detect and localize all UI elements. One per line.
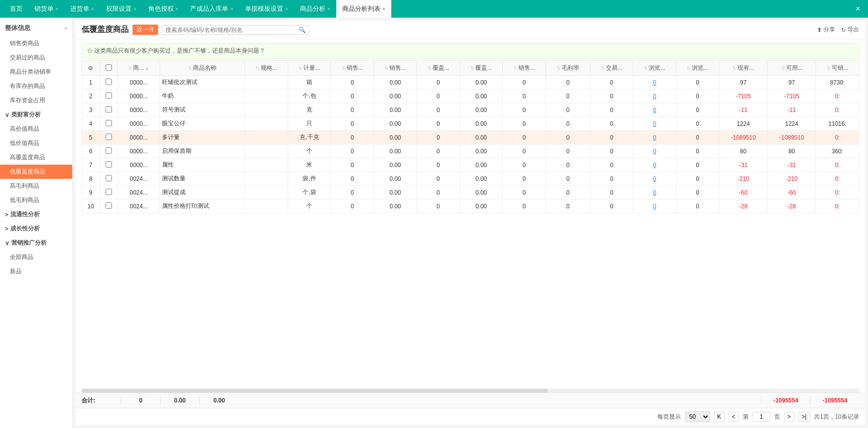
col-unit[interactable]: ⇅计量...: [288, 61, 331, 76]
col-current[interactable]: ⇅现有...: [719, 61, 768, 76]
row-checkbox[interactable]: [106, 161, 112, 168]
row-checkbox[interactable]: [106, 147, 112, 154]
browse-link[interactable]: 0: [653, 162, 656, 169]
sidebar-header[interactable]: 整体信息 «: [0, 20, 72, 36]
col-gross-rate[interactable]: ⇅毛利率: [545, 61, 590, 76]
sidebar-item-inventory-capital[interactable]: 库存资金占用: [0, 93, 72, 108]
browse-link[interactable]: 0: [653, 107, 656, 114]
col-cover2[interactable]: ⇅覆盖...: [460, 61, 503, 76]
scrollbar-thumb[interactable]: [81, 389, 548, 393]
nav-home[interactable]: 首页: [4, 0, 28, 18]
sidebar-item-traded-goods[interactable]: 交易过的商品: [0, 51, 72, 65]
nav-product-analysis-close[interactable]: ×: [327, 6, 330, 12]
search-input[interactable]: [165, 27, 297, 33]
cell-browse1[interactable]: 0: [633, 158, 677, 172]
sidebar-item-low-coverage[interactable]: 低覆盖度商品: [0, 165, 72, 179]
row-checkbox[interactable]: [106, 92, 112, 99]
per-page-select[interactable]: 50 10 20 100: [685, 411, 710, 422]
col-available[interactable]: ⇅可用...: [767, 61, 816, 76]
sidebar-collapse-btn[interactable]: «: [64, 25, 67, 31]
nav-template[interactable]: 单据模板设置 ×: [239, 0, 294, 18]
browse-link[interactable]: 0: [653, 148, 656, 155]
last-page-button[interactable]: >|: [798, 412, 810, 422]
col-sales3[interactable]: ⇅销售...: [503, 61, 546, 76]
cell-checkbox: [100, 117, 117, 131]
nav-purchase-close[interactable]: ×: [91, 6, 94, 12]
sidebar-item-high-coverage[interactable]: 高覆盖度商品: [0, 150, 72, 165]
horizontal-scrollbar[interactable]: [81, 389, 859, 393]
first-page-button[interactable]: K: [714, 412, 725, 422]
sidebar-item-high-gross[interactable]: 高毛利商品: [0, 179, 72, 193]
cell-browse1[interactable]: 0: [633, 200, 677, 213]
col-code[interactable]: ⇅商...▲: [118, 61, 160, 76]
page-number-input[interactable]: [753, 412, 770, 422]
nav-role-close[interactable]: ×: [176, 6, 179, 12]
col-cover1[interactable]: ⇅覆盖...: [417, 61, 460, 76]
nav-product-analysis[interactable]: 商品分析 ×: [294, 0, 336, 18]
browse-link[interactable]: 0: [653, 175, 656, 182]
sidebar-item-high-value[interactable]: 高价值商品: [0, 122, 72, 136]
col-settings[interactable]: ⚙: [82, 61, 100, 76]
next-page-button[interactable]: >: [784, 412, 794, 422]
nav-template-close[interactable]: ×: [285, 6, 288, 12]
col-sales-amt[interactable]: ⇅销售...: [374, 61, 417, 76]
row-checkbox[interactable]: [106, 79, 112, 85]
global-close-button[interactable]: ×: [852, 4, 864, 13]
cell-browse1[interactable]: 0: [633, 103, 677, 117]
cell-browse1[interactable]: 0: [633, 76, 677, 89]
nav-permission-close[interactable]: ×: [134, 6, 136, 12]
sidebar-item-category-rate[interactable]: 商品分类动销率: [0, 65, 72, 79]
prev-page-button[interactable]: <: [729, 412, 739, 422]
sidebar-section-growth[interactable]: > 成长性分析: [0, 222, 72, 236]
row-checkbox[interactable]: [106, 202, 112, 209]
browse-link[interactable]: 0: [653, 93, 656, 100]
sidebar-item-inventory-goods[interactable]: 有库存的商品: [0, 79, 72, 93]
col-browse2[interactable]: ⇅浏览...: [676, 61, 719, 76]
sidebar-item-new-goods[interactable]: 新品: [0, 264, 72, 279]
sidebar-section-wealth[interactable]: ∨ 类财富分析: [0, 108, 72, 122]
col-spec[interactable]: ⇅规格...: [245, 61, 288, 76]
nav-sales[interactable]: 销货单 ×: [28, 0, 64, 18]
sidebar-item-all-goods[interactable]: 全部商品: [0, 250, 72, 264]
browse-link[interactable]: 0: [653, 134, 656, 141]
period-button[interactable]: 近一月: [133, 25, 158, 35]
browse-link[interactable]: 0: [653, 189, 656, 196]
browse-link[interactable]: 0: [653, 79, 656, 86]
nav-product-analysis-list-close[interactable]: ×: [382, 6, 385, 12]
row-checkbox[interactable]: [106, 134, 112, 140]
row-checkbox[interactable]: [106, 175, 112, 181]
sidebar-item-low-value[interactable]: 低价值商品: [0, 136, 72, 150]
row-checkbox[interactable]: [106, 120, 112, 126]
cell-browse1[interactable]: 0: [633, 186, 677, 200]
select-all-checkbox[interactable]: [106, 64, 112, 71]
cell-browse1[interactable]: 0: [633, 89, 677, 103]
row-checkbox[interactable]: [106, 106, 112, 113]
cell-browse1[interactable]: 0: [633, 117, 677, 131]
browse-link[interactable]: 0: [653, 120, 656, 127]
sidebar-item-sales-goods[interactable]: 销售类商品: [0, 36, 72, 51]
col-sellable[interactable]: ⇅可销...: [816, 61, 859, 76]
nav-product-analysis-list[interactable]: 商品分析列表 ×: [336, 0, 391, 18]
cell-browse1[interactable]: 0: [633, 172, 677, 186]
share-button[interactable]: ⬆ 分享: [817, 26, 835, 34]
sidebar-section-marketing[interactable]: ∨ 营销推广分析: [0, 236, 72, 250]
export-button[interactable]: ↻ 导出: [841, 26, 859, 34]
col-sales-qty[interactable]: ⇅销售...: [331, 61, 374, 76]
col-browse1[interactable]: ⇅浏览...: [633, 61, 677, 76]
col-trade[interactable]: ⇅交易...: [590, 61, 633, 76]
sidebar-section-liquidity[interactable]: > 流通性分析: [0, 207, 72, 222]
sidebar-item-low-gross[interactable]: 低毛利商品: [0, 193, 72, 207]
cell-browse1[interactable]: 0: [633, 144, 677, 158]
nav-sales-close[interactable]: ×: [55, 6, 58, 12]
browse-link[interactable]: 0: [653, 203, 656, 210]
cell-browse1[interactable]: 0: [633, 131, 677, 144]
nav-product-warehouse[interactable]: 产成品入库单 ×: [184, 0, 239, 18]
nav-product-warehouse-close[interactable]: ×: [230, 6, 233, 12]
nav-sales-label: 销货单: [34, 4, 54, 13]
nav-purchase[interactable]: 进货单 ×: [64, 0, 100, 18]
nav-role[interactable]: 角色授权 ×: [142, 0, 185, 18]
cell-spec: [245, 117, 288, 131]
nav-permission[interactable]: 权限设置 ×: [100, 0, 142, 18]
col-name[interactable]: ⇅商品名称: [160, 61, 244, 76]
row-checkbox[interactable]: [106, 189, 112, 195]
